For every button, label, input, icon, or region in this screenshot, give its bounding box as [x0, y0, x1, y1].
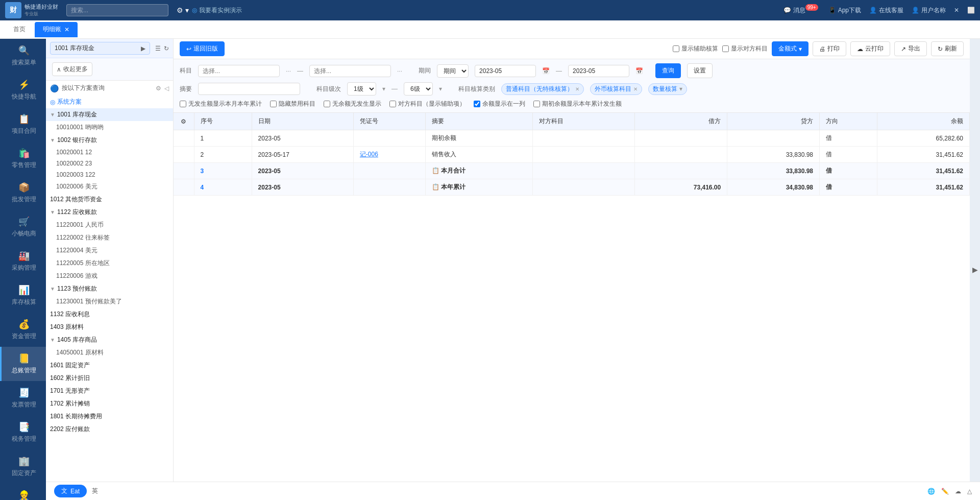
period-end-input[interactable]: 2023-05	[568, 65, 629, 77]
tree-item-10020002[interactable]: 10020002 23	[46, 158, 173, 169]
tree-item-1012[interactable]: 1012 其他货币资金	[46, 193, 173, 206]
bottom-btn-lang[interactable]: 英	[92, 487, 98, 495]
settings-button[interactable]: 设置	[687, 63, 713, 78]
tree-item-1122[interactable]: ▼ 1122 应收账款	[46, 206, 173, 219]
bottom-triangle-icon[interactable]: △	[967, 488, 972, 495]
right-collapse-panel[interactable]: ▶	[970, 39, 980, 500]
demo-link[interactable]: 我要看实例演示	[192, 6, 242, 15]
checkbox-no-amount-input[interactable]	[180, 101, 186, 107]
export-button[interactable]: ↗ 导出	[894, 41, 927, 56]
checkbox-balance-column[interactable]: 余额显示在一列	[474, 100, 525, 108]
back-old-version-button[interactable]: ↩ 退回旧版	[180, 41, 225, 56]
tree-item-1405[interactable]: ▼ 1405 库存商品	[46, 334, 173, 346]
sidebar-item-ledger[interactable]: 📒 总账管理	[0, 347, 46, 381]
period-start-input[interactable]: 2023-05	[475, 65, 536, 77]
subject-filter-input-2[interactable]	[309, 65, 391, 77]
subject-level-start-select[interactable]: 1级 2级 3级	[347, 82, 376, 96]
tree-item-1702[interactable]: 1702 累计摊销	[46, 397, 173, 410]
checkbox-hide-disabled-input[interactable]	[270, 101, 277, 107]
sidebar-item-fixed-assets[interactable]: 🏢 固定资产	[0, 449, 46, 484]
show-opposite-input[interactable]	[722, 45, 729, 52]
sidebar-item-retail[interactable]: 🛍️ 零售管理	[0, 141, 46, 176]
nav-icon-settings[interactable]: ⚙	[177, 6, 183, 14]
calc-tag-1-close[interactable]: ✕	[575, 86, 579, 92]
tree-item-1602[interactable]: 1602 累计折旧	[46, 372, 173, 385]
tree-item-10020001[interactable]: 10020001 12	[46, 147, 173, 158]
app-download-button[interactable]: 📱 App下载	[828, 6, 861, 15]
calc-tag-2-close[interactable]: ✕	[633, 86, 638, 92]
tab-ledger[interactable]: 明细账 ✕	[35, 22, 78, 37]
close-button[interactable]: ✕	[954, 7, 959, 14]
print-button[interactable]: 🖨 打印	[813, 41, 846, 56]
period-calendar-2[interactable]: 📅	[635, 67, 643, 75]
tree-item-10010001[interactable]: 10010001 哟哟哟	[46, 121, 173, 134]
calc-tag-2[interactable]: 外币核算科目 ✕	[590, 83, 642, 95]
subject-level-end-select[interactable]: 6级 5级 4级	[404, 82, 433, 96]
tree-item-1123[interactable]: ▼ 1123 预付账款	[46, 282, 173, 295]
sidebar-item-search[interactable]: 🔍 搜索菜单	[0, 39, 46, 73]
cell-voucher-2[interactable]: 记-006	[353, 147, 425, 163]
sidebar-item-inventory[interactable]: 📊 库存核算	[0, 278, 46, 313]
bottom-edit-icon[interactable]: ✏️	[941, 488, 949, 495]
summary-filter-input[interactable]	[198, 83, 300, 95]
checkbox-hide-disabled[interactable]: 隐藏禁用科目	[270, 100, 315, 108]
bottom-cloud-icon[interactable]: ☁	[955, 488, 961, 495]
cloud-print-button[interactable]: ☁ 云打印	[850, 41, 890, 56]
checkbox-balance-column-input[interactable]	[474, 101, 480, 107]
sidebar-item-salary[interactable]: 👷 工资	[0, 484, 46, 500]
tree-item-11220006[interactable]: 11220006 游戏	[46, 270, 173, 282]
tab-home[interactable]: 首页	[5, 22, 34, 37]
bottom-globe-icon[interactable]: 🌐	[927, 488, 935, 495]
system-scheme-item[interactable]: ◎ 系统方案	[46, 96, 173, 108]
refresh-button[interactable]: ↻ 刷新	[931, 41, 964, 56]
tree-icon-list[interactable]: ☰	[155, 45, 161, 52]
tree-item-10020006[interactable]: 10020006 美元	[46, 180, 173, 193]
bottom-btn-active[interactable]: 文 Eat	[54, 485, 87, 497]
checkbox-opposite[interactable]: 对方科目（显示辅助项）	[389, 100, 465, 108]
voucher-link-2[interactable]: 记-006	[360, 151, 378, 158]
checkbox-no-amount[interactable]: 无发生额显示本月本年累计	[180, 100, 262, 108]
col-settings[interactable]: ⚙	[174, 113, 194, 130]
tree-item-1001[interactable]: ▼ 1001 库存现金	[46, 108, 173, 121]
sidebar-item-wholesale[interactable]: 📦 批发管理	[0, 176, 46, 210]
user-avatar[interactable]: 👤 用户名称	[912, 6, 946, 15]
maximize-button[interactable]: ⬜	[967, 7, 975, 14]
tree-item-1701[interactable]: 1701 无形资产	[46, 385, 173, 397]
sidebar-item-quicknav[interactable]: ⚡ 快捷导航	[0, 73, 46, 107]
subject-filter-input[interactable]	[198, 65, 280, 77]
sidebar-item-ecommerce[interactable]: 🛒 小畅电商	[0, 210, 46, 244]
tree-icon-refresh[interactable]: ↻	[164, 45, 169, 52]
sidebar-item-tax[interactable]: 📑 税务管理	[0, 415, 46, 449]
query-button[interactable]: 查询	[655, 63, 681, 78]
sidebar-item-purchase[interactable]: 🏭 采购管理	[0, 244, 46, 278]
tree-item-10020003[interactable]: 10020003 122	[46, 169, 173, 180]
tree-item-11230001[interactable]: 11230001 预付账款美了	[46, 295, 173, 308]
tree-item-11220004[interactable]: 11220004 美元	[46, 244, 173, 257]
tree-item-1132[interactable]: 1132 应收利息	[46, 308, 173, 321]
checkbox-opening-balance-input[interactable]	[533, 101, 540, 107]
tree-item-11220001[interactable]: 11220001 人民币	[46, 219, 173, 231]
sidebar-item-funds[interactable]: 💰 资金管理	[0, 313, 46, 347]
online-service-button[interactable]: 👤 在线客服	[869, 6, 903, 15]
scheme-settings-icon[interactable]: ⚙	[156, 85, 161, 92]
calc-tag-1[interactable]: 普通科目（无特殊核算） ✕	[501, 83, 584, 95]
top-search-box[interactable]	[66, 4, 168, 16]
checkbox-opposite-input[interactable]	[389, 101, 396, 107]
account-nav-arrow[interactable]: ▶	[141, 45, 145, 52]
tree-item-1403[interactable]: 1403 原材料	[46, 321, 173, 334]
sidebar-item-invoice[interactable]: 🧾 发票管理	[0, 381, 46, 415]
show-helper-checkbox[interactable]: 显示辅助核算	[673, 44, 718, 53]
show-helper-input[interactable]	[673, 45, 679, 52]
message-button[interactable]: 💬 消息 99+	[783, 6, 820, 15]
tree-item-1601[interactable]: 1601 固定资产	[46, 359, 173, 372]
calc-tag-3[interactable]: 数量核算 ▾	[648, 83, 687, 95]
collapse-more-btn[interactable]: ∧ 收起更多	[52, 62, 92, 76]
tree-item-1801[interactable]: 1801 长期待摊费用	[46, 410, 173, 423]
checkbox-opening-balance[interactable]: 期初余额显示本年累计发生额	[533, 100, 622, 108]
scheme-collapse-icon[interactable]: ◁	[164, 85, 169, 92]
sidebar-item-project[interactable]: 📋 项目合同	[0, 107, 46, 141]
period-calendar-1[interactable]: 📅	[542, 67, 550, 75]
format-button[interactable]: 金额式 ▾	[772, 41, 808, 56]
checkbox-no-balance[interactable]: 无余额无发生显示	[324, 100, 381, 108]
period-type-select[interactable]: 期间	[437, 64, 469, 78]
